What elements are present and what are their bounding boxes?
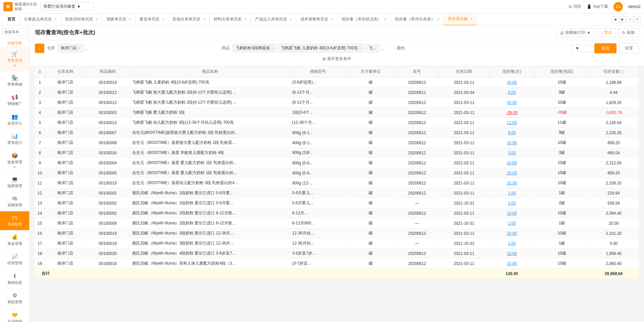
row-qty-main[interactable]: 1.00	[489, 218, 535, 228]
settings-button[interactable]: 设置	[619, 43, 639, 53]
row-qty-main[interactable]: 10.00	[489, 168, 535, 178]
tab-8[interactable]: 成本调整单历史 ×	[296, 13, 337, 25]
username-label[interactable]: demo2	[628, 4, 641, 9]
tab-1[interactable]: 分量盘点单历史 ×	[20, 13, 61, 25]
row-qty-main[interactable]: 10.00	[489, 259, 535, 269]
workspace-selector[interactable]: 母婴行业演示账套 ▼	[40, 2, 94, 11]
warehouse-tag-1[interactable]: 南岸门店 ×	[58, 44, 83, 52]
row-qty-main[interactable]: 10.00	[489, 138, 535, 148]
color-filter-select[interactable]: ▼	[572, 45, 592, 52]
tab-9-close[interactable]: ×	[384, 17, 386, 21]
members-icon: 👥	[11, 113, 18, 120]
row-qty-main[interactable]: 3.00	[489, 148, 535, 158]
row-qty-pack: 9罐	[535, 128, 589, 138]
row-qty-main[interactable]: 2.00	[489, 198, 535, 208]
tab-5[interactable]: 其他出库单历史 ×	[168, 13, 210, 25]
nav-next-button[interactable]: ▶	[619, 16, 626, 23]
filter-expand-button[interactable]: ›	[35, 44, 44, 53]
row-qty-main[interactable]: 10.00	[489, 77, 535, 88]
tab-home[interactable]: 首页	[3, 13, 20, 25]
col-settings[interactable]: ⚙	[35, 66, 45, 77]
sidebar-item-wholesale[interactable]: 📦 批发管理 ▼	[0, 149, 29, 173]
tab-7-close[interactable]: ×	[290, 17, 292, 21]
row-qty-main[interactable]: 10.00	[489, 98, 535, 108]
row-name: 飞鹤星飞帆 婴儿配方奶粉 1段	[130, 108, 290, 118]
tab-10-close[interactable]: ×	[438, 17, 440, 21]
tab-9[interactable]: 现存量（库存状况表） ×	[337, 13, 391, 25]
nav-close-button[interactable]: ×	[627, 16, 633, 23]
tab-5-close[interactable]: ×	[203, 17, 205, 21]
sidebar-item-retail-stats[interactable]: 📊 零售统计	[0, 129, 29, 149]
row-qty-main[interactable]: -39.00	[489, 108, 535, 118]
tab-6[interactable]: 材料出库单历史 ×	[210, 13, 251, 25]
expand-conditions-button[interactable]: ⊞ 展开更多条件	[35, 56, 639, 62]
row-qty-main[interactable]: 10.00	[489, 158, 535, 168]
sidebar-item-finance[interactable]: 💰 资金管理	[0, 230, 29, 250]
tab-4-close[interactable]: ×	[162, 17, 164, 21]
sidebar-item-marketing[interactable]: 📢 营销推广	[0, 91, 29, 110]
nav-menu-button[interactable]: ≡	[634, 16, 641, 23]
search-input[interactable]	[2, 28, 27, 36]
product-tag-2[interactable]: 飞鹤星飞帆 儿童奶粉 4段(3-6岁适用) 700克 ×	[278, 44, 364, 52]
row-unit: 罐	[346, 118, 395, 128]
product-tag-1-close[interactable]: ×	[271, 46, 273, 50]
warehouse-tag-close[interactable]: ×	[78, 46, 80, 50]
tab-11-close[interactable]: ×	[471, 17, 473, 21]
tab-4[interactable]: 要货单历史 ×	[136, 13, 169, 25]
row-spec: 900g (3岁...	[290, 148, 346, 158]
tab-2[interactable]: 组装拆卸单历史 ×	[61, 13, 102, 25]
tab-6-close[interactable]: ×	[245, 17, 247, 21]
row-no: 2	[35, 88, 45, 98]
tab-7[interactable]: 产成品入库单历史 ×	[251, 13, 296, 25]
print-button[interactable]: 🖨 按模板打印 ▼	[556, 28, 594, 37]
sidebar-item-retail-management[interactable]: 🛒 零售管理 ▼	[0, 47, 29, 71]
message-button[interactable]: ✉ 消息	[569, 4, 581, 9]
warehouse-more[interactable]: ...	[85, 46, 89, 51]
query-button[interactable]: 查询	[594, 43, 616, 53]
row-no: 10	[35, 168, 45, 178]
sidebar-item-basic-info[interactable]: ℹ 基础信息	[0, 269, 29, 289]
sidebar-item-system[interactable]: ⚙ 系统管理	[0, 289, 29, 308]
sidebar-item-operations[interactable]: 📈 经营管理	[0, 250, 29, 269]
sidebar-shortcut[interactable]: 快捷导航	[0, 39, 29, 47]
settings-icon[interactable]: ⚙	[38, 69, 42, 74]
gear-icon: ⚙	[12, 292, 17, 299]
tab-3-close[interactable]: ×	[129, 17, 131, 21]
product-tag-1[interactable]: 飞鹤奶粉3段两提装 ×	[232, 44, 276, 52]
tab-8-close[interactable]: ×	[331, 17, 333, 21]
product-tag-3[interactable]: 飞...	[366, 44, 379, 52]
sidebar-item-retail-store[interactable]: 🏪 零售商城	[0, 71, 29, 91]
row-qty-main[interactable]: 1.00	[489, 188, 535, 198]
row-qty-main[interactable]: 10.00	[489, 208, 535, 218]
tab-11[interactable]: 库存批次账 ×	[444, 13, 477, 25]
tab-1-close[interactable]: ×	[55, 17, 57, 21]
row-qty-main[interactable]: 0.00	[489, 88, 535, 98]
export-button[interactable]: ↓ 导出	[597, 28, 616, 37]
row-amount: 20.00	[589, 218, 639, 228]
row-no: 17	[35, 238, 45, 249]
sidebar-item-purchase[interactable]: 🛍 采购管理	[0, 192, 29, 211]
nav-prev-button[interactable]: ◀	[612, 16, 619, 23]
tab-10[interactable]: 现存量（库存分布表） ×	[391, 13, 444, 25]
row-warehouse: 南岸门店	[45, 238, 86, 249]
app-download-button[interactable]: 📱 App下载	[587, 4, 608, 9]
tab-3[interactable]: 调拨单历史 ×	[102, 13, 136, 25]
row-code: 00100012	[86, 98, 130, 108]
sidebar-item-members[interactable]: 👥 会员中心	[0, 110, 29, 129]
row-qty-main[interactable]: 10.00	[489, 249, 535, 259]
amount-info-icon[interactable]: ⓘ	[621, 70, 624, 73]
row-qty-main[interactable]: 11.00	[489, 118, 535, 128]
tab-2-close[interactable]: ×	[96, 17, 98, 21]
product-tag-2-close[interactable]: ×	[359, 46, 361, 50]
col-amount: 结存金额 ⓘ	[589, 66, 639, 77]
row-qty-main[interactable]: 1.00	[489, 238, 535, 249]
sidebar-item-inventory[interactable]: 🗃 库存核算	[0, 211, 29, 230]
row-qty-main[interactable]: 9.00	[489, 128, 535, 138]
refresh-button[interactable]: ↻ 刷新	[619, 28, 639, 37]
product-more[interactable]: ...	[380, 46, 384, 51]
avatar[interactable]: Ea	[613, 2, 623, 11]
sidebar-item-ecommerce[interactable]: 💻 电商管理	[0, 173, 29, 192]
row-qty-main[interactable]: 10.00	[489, 178, 535, 188]
sidebar-item-enterprise[interactable]: 🤝 企业协同	[0, 308, 29, 322]
row-qty-main[interactable]: 10.00	[489, 228, 535, 238]
